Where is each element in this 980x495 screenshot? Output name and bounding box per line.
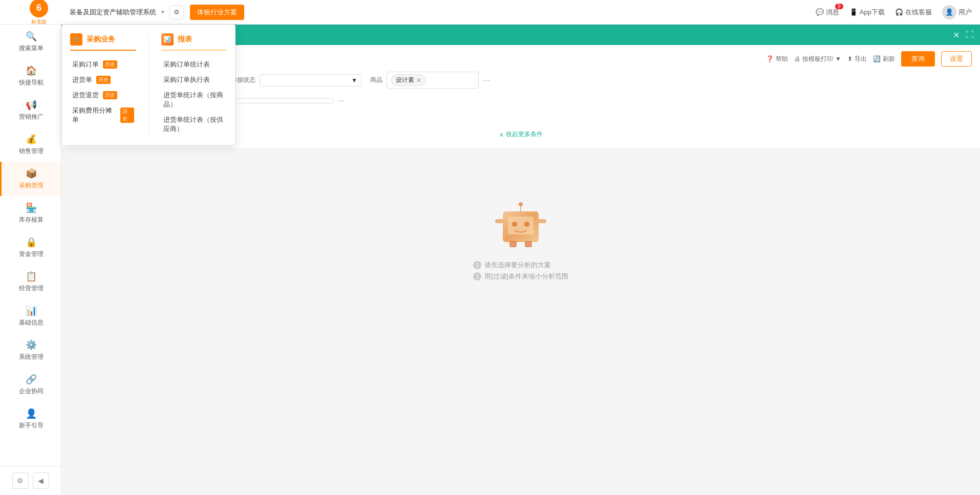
goods-filter: 商品 设计素 ✕ ··· [370, 72, 489, 89]
help-btn[interactable]: ❓ 帮助 [766, 55, 788, 63]
svg-point-2 [512, 222, 517, 227]
print-icon: 🖨 [794, 55, 800, 62]
purchase-dropdown-overlay: 🛒 采购业务 采购订单 历史 进货单 历史 进货退货 历史 [61, 25, 236, 145]
home-icon: 🏠 [26, 65, 37, 76]
sidebar-item-operations[interactable]: 📋 经营管理 [0, 265, 61, 299]
goods-stats-supplier-item[interactable]: 进货单统计表（按供应商） [161, 112, 227, 137]
purchase-business-col: 🛒 采购业务 采购订单 历史 进货单 历史 进货退货 历史 [70, 33, 136, 137]
collapse-sidebar-btn[interactable]: ◀ [33, 472, 49, 489]
query-btn[interactable]: 查询 [901, 51, 935, 67]
report-col-title: 📊 报表 [161, 33, 227, 51]
sidebar-item-finance[interactable]: 🔒 资金管理 [0, 230, 61, 265]
export-icon: ⬆ [847, 55, 853, 62]
collapse-label: 收起更多条件 [506, 130, 543, 139]
user-label: 用户 [958, 8, 972, 17]
empty-state: 1 请先选择要分析的方案 2 用[过滤]条件来缩小分析范围 [61, 150, 980, 324]
app-download-btn[interactable]: 📱 App下载 [849, 8, 885, 17]
salesman-select[interactable] [231, 98, 334, 103]
sidebar-label-search: 搜索菜单 [19, 44, 44, 53]
svg-rect-9 [525, 241, 532, 247]
user-icon: 👤 [26, 408, 37, 419]
purchase-col-icon: 🛒 [70, 33, 82, 46]
step2-text: 用[过滤]条件来缩小分析范围 [484, 272, 568, 281]
svg-rect-6 [495, 219, 503, 223]
report-col-icon: 📊 [161, 33, 174, 46]
user-profile-btn[interactable]: 👤 用户 [942, 5, 972, 19]
export-label: 导出 [855, 55, 867, 63]
system-selector[interactable]: 装备及固定资产辅助管理系统 ▼ [70, 8, 165, 17]
goods-stats-supplier-label: 进货单统计表（按供应商） [163, 115, 225, 134]
voucher-status-filter: 单据状态 ▼ [231, 74, 362, 87]
settings-gear-btn[interactable]: ⚙ [169, 5, 184, 19]
purchase-order-exec-item[interactable]: 采购订单执行表 [161, 72, 227, 88]
purchase-order-exec-label: 采购订单执行表 [163, 75, 210, 84]
logo: 6 标准版 [8, 0, 70, 26]
purchase-expense-item[interactable]: 采购费用分摊单 历史 [70, 103, 136, 127]
print-dropdown-icon: ▼ [835, 55, 841, 62]
money-icon: 💰 [26, 134, 37, 145]
refresh-icon: 🔄 [873, 55, 881, 62]
topbar-right: 💬 消息 9 📱 App下载 🎧 在线客服 👤 用户 [816, 5, 972, 19]
sidebar-label-inventory: 库存核算 [19, 216, 44, 224]
close-window-btn[interactable]: ✕ [953, 30, 960, 40]
industry-solution-btn[interactable]: 体验行业方案 [190, 5, 244, 20]
app-label: App下载 [860, 8, 885, 17]
help-icon: ❓ [766, 55, 774, 62]
step1-num: 1 [473, 261, 481, 269]
goods-tag-close[interactable]: ✕ [416, 77, 421, 84]
goods-more-btn[interactable]: ··· [483, 76, 489, 85]
sidebar-item-basic[interactable]: 📊 基础信息 [0, 299, 61, 333]
box-icon: 📦 [26, 168, 37, 179]
goods-tag: 设计素 ✕ [391, 74, 426, 86]
sidebar-label-basic: 基础信息 [19, 318, 44, 327]
salesman-more-btn[interactable]: ··· [338, 96, 345, 105]
goods-receipt-item[interactable]: 进货单 历史 [70, 72, 136, 88]
service-label: 在线客服 [905, 8, 932, 17]
fullscreen-btn[interactable]: ⛶ [966, 30, 974, 39]
sidebar-label-finance: 资金管理 [19, 250, 44, 259]
sidebar-label-sales: 销售管理 [19, 147, 44, 156]
collapse-chevron-icon: ∧ [499, 131, 504, 138]
goods-label: 商品 [370, 76, 382, 84]
purchase-order-stats-item[interactable]: 采购订单统计表 [161, 57, 227, 72]
goods-select[interactable]: 设计素 ✕ [387, 72, 479, 89]
svg-point-5 [519, 202, 523, 206]
message-badge: 9 [835, 4, 843, 9]
online-service-btn[interactable]: 🎧 在线客服 [895, 8, 932, 17]
purchase-order-item[interactable]: 采购订单 历史 [70, 57, 136, 72]
export-btn[interactable]: ⬆ 导出 [847, 55, 867, 63]
purchase-order-stats-label: 采购订单统计表 [163, 60, 210, 69]
messages-btn[interactable]: 💬 消息 9 [816, 8, 839, 17]
sidebar-item-sales[interactable]: 💰 销售管理 [0, 127, 61, 162]
report-col: 📊 报表 采购订单统计表 采购订单执行表 进货单统计表（按商品） 进货单统计表（… [161, 33, 227, 137]
settings-btn-query[interactable]: 设置 [941, 51, 972, 67]
print-label: 按模板打印 [802, 55, 833, 63]
svg-rect-8 [509, 241, 517, 247]
gear-icon: ⚙️ [26, 339, 37, 351]
settings-btn[interactable]: ⚙ [12, 472, 29, 489]
refresh-label: 刷新 [883, 55, 895, 63]
sidebar-item-search[interactable]: 🔍 搜索菜单 [0, 25, 61, 59]
print-btn[interactable]: 🖨 按模板打印 ▼ [794, 55, 841, 63]
sidebar-item-quick[interactable]: 🏠 快捷导航 [0, 59, 61, 93]
goods-stats-product-item[interactable]: 进货单统计表（按商品） [161, 88, 227, 112]
sidebar-bottom: ⚙ ◀ [0, 466, 61, 495]
voucher-status-select[interactable]: ▼ [260, 74, 362, 87]
refresh-btn[interactable]: 🔄 刷新 [873, 55, 895, 63]
phone-icon: 📱 [849, 8, 858, 16]
avatar: 👤 [942, 5, 956, 19]
goods-receipt-label: 进货单 [72, 75, 92, 84]
clipboard-icon: 📋 [26, 271, 37, 282]
goods-stats-product-label: 进货单统计表（按商品） [163, 91, 225, 109]
sidebar-item-inventory[interactable]: 🏪 库存核算 [0, 196, 61, 230]
history-tag-3: 历史 [103, 91, 117, 99]
goods-return-label: 进货退货 [72, 91, 99, 100]
headset-icon: 🎧 [895, 8, 903, 16]
sidebar-item-marketing[interactable]: 📢 营销推广 [0, 93, 61, 127]
sidebar-item-guide[interactable]: 👤 新手引导 [0, 402, 61, 436]
sidebar-label-enterprise: 企业协同 [19, 387, 44, 396]
goods-return-item[interactable]: 进货退货 历史 [70, 88, 136, 103]
sidebar-item-purchase[interactable]: 📦 采购管理 [0, 162, 61, 196]
sidebar-item-system[interactable]: ⚙️ 系统管理 [0, 333, 61, 368]
sidebar-item-enterprise[interactable]: 🔗 企业协同 [0, 368, 61, 402]
